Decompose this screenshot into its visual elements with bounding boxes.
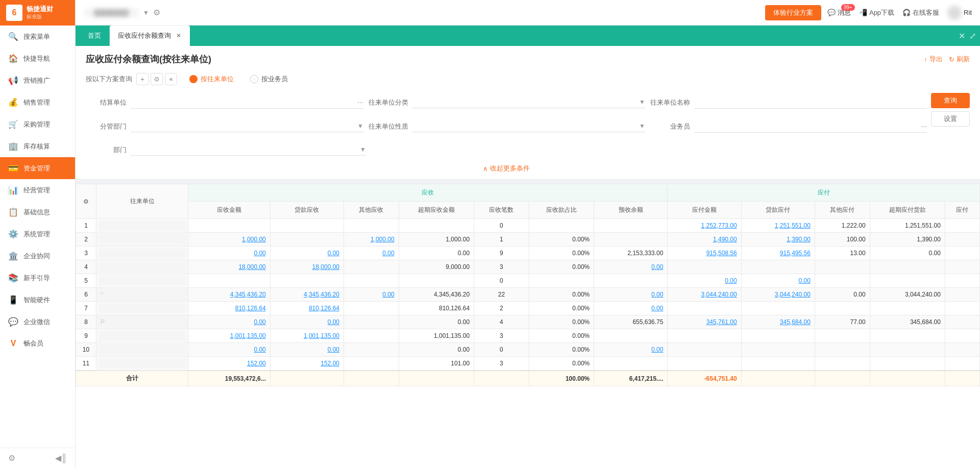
- settlement-unit-input[interactable]: ···: [131, 96, 363, 109]
- sidebar-item-search-menu[interactable]: 🔍 搜索菜单: [0, 26, 75, 47]
- sidebar-item-purchase[interactable]: 🛒 采购管理: [0, 113, 75, 135]
- footer-ar-amount: 19,553,472,6...: [188, 371, 271, 386]
- refresh-icon: ↻: [949, 56, 954, 63]
- filter-nav-salesman-label: 按业务员: [261, 75, 288, 84]
- filter-nav-by-salesman[interactable]: ○ 按业务员: [242, 71, 296, 87]
- refresh-button[interactable]: ↻ 刷新: [949, 55, 970, 64]
- sidebar-item-marketing[interactable]: 📢 营销推广: [0, 69, 75, 91]
- dept-manager-input[interactable]: ▼: [131, 120, 363, 132]
- table-wrap[interactable]: ⚙ 往来单位 应收 应付 应收金额 贷款应收 其他应收 超期应收金额 应收笔数 …: [76, 184, 980, 468]
- row-unit: [96, 357, 188, 371]
- collapse-scheme-button[interactable]: «: [165, 73, 177, 85]
- sidebar-item-sales[interactable]: 💰 销售管理: [0, 91, 75, 113]
- sidebar-item-system[interactable]: ⚙️ 系统管理: [0, 223, 75, 245]
- home-icon: 🏠: [8, 54, 18, 63]
- unit-category-input[interactable]: ▼: [412, 96, 645, 108]
- add-scheme-button[interactable]: ＋: [136, 73, 149, 85]
- setting-button[interactable]: 设置: [931, 111, 970, 127]
- row-ap-loan: [741, 302, 815, 315]
- row-ar-loan: 18,000.00: [270, 260, 344, 274]
- dots-icon: ···: [357, 98, 363, 106]
- filter-unit-nature: 往来单位性质 ▼: [368, 117, 645, 135]
- collapse-filter-button[interactable]: ∧ 收起更多条件: [86, 164, 927, 173]
- table-row: 7 810,126.64 810,126.64 810,126.64 2 0.0…: [76, 302, 980, 315]
- row-unit: [96, 343, 188, 357]
- row-ar-loan: 152.00: [270, 357, 344, 371]
- row-num: 7: [76, 302, 96, 315]
- app-download-button[interactable]: 📲 App下载: [859, 8, 894, 17]
- col-gear[interactable]: ⚙: [76, 184, 96, 219]
- sidebar-item-quick-nav[interactable]: 🏠 快捷导航: [0, 47, 75, 69]
- sidebar-item-basic-info[interactable]: 📋 基础信息: [0, 201, 75, 223]
- col-ap-loan: 贷款应付: [741, 202, 815, 219]
- col-ar-prepaid: 预收余额: [594, 202, 668, 219]
- close-window-icon[interactable]: ✕: [959, 31, 965, 41]
- sidebar-item-enterprise[interactable]: 🏛️ 企业协同: [0, 245, 75, 267]
- row-ap-other: 100.00: [815, 233, 870, 247]
- table-row: 4 18,000.00 18,000.00 9,000.00 3 0.00% 0…: [76, 260, 980, 274]
- topbar-breadcrumb-text: ████████: [84, 8, 139, 17]
- page-header-actions: ↑ 导出 ↻ 刷新: [924, 55, 970, 64]
- page-content: 应收应付余额查询(按往来单位) ↑ 导出 ↻ 刷新 按以下方案查询 ＋ ⊙ «: [76, 46, 980, 468]
- dept-input[interactable]: ▼: [131, 144, 366, 156]
- sidebar-item-operations[interactable]: 📊 经营管理: [0, 179, 75, 201]
- expand-window-icon[interactable]: ⤢: [969, 31, 976, 41]
- filter-nav-by-unit[interactable]: ↻ 按往来单位: [181, 71, 242, 87]
- smart-hardware-icon: 📱: [8, 295, 18, 305]
- sidebar-item-guide[interactable]: 📚 新手引导: [0, 267, 75, 289]
- unit-name-input[interactable]: [694, 96, 927, 109]
- page-title: 应收应付余额查询(按往来单位): [86, 53, 211, 65]
- data-table: ⚙ 往来单位 应收 应付 应收金额 贷款应收 其他应收 超期应收金额 应收笔数 …: [76, 184, 980, 386]
- gear-icon[interactable]: ⚙: [153, 8, 160, 17]
- footer-ap-overdue: [870, 371, 945, 386]
- tab-close-icon[interactable]: ✕: [176, 32, 181, 39]
- row-num: 4: [76, 260, 96, 274]
- row-ap-other: 1,222.00: [815, 219, 870, 233]
- row-ap-overdue: 3,044,240.00: [870, 288, 945, 302]
- unit-nature-input[interactable]: ▼: [412, 120, 645, 132]
- row-ar-overdue: 1,000.00: [399, 233, 474, 247]
- row-ap-overdue: [870, 302, 945, 315]
- row-num: 2: [76, 233, 96, 247]
- chevron-down-icon[interactable]: ▼: [143, 9, 149, 16]
- col-ar-other: 其他应收: [344, 202, 399, 219]
- row-ap-loan: 3,044,240.00: [741, 288, 815, 302]
- filter-unit-category: 往来单位分类 ▼: [368, 93, 645, 111]
- row-ar-ratio: 0.00%: [529, 315, 594, 329]
- tab-receivable-query[interactable]: 应收应付余额查询 ✕: [110, 26, 190, 46]
- settings-bottom-icon[interactable]: ⚙: [8, 453, 15, 463]
- solution-button[interactable]: 体验行业方案: [765, 5, 821, 20]
- row-ap-other: [815, 343, 870, 357]
- sidebar-item-inventory[interactable]: 🏢 库存核算: [0, 135, 75, 157]
- sidebar-item-vip[interactable]: V 畅会员: [0, 333, 75, 354]
- unit-nature-label: 往来单位性质: [368, 122, 408, 131]
- vip-icon: V: [8, 339, 18, 348]
- row-unit: [96, 302, 188, 315]
- row-ar-ratio: 0.00%: [529, 260, 594, 274]
- table-area: ⚙ 往来单位 应收 应付 应收金额 贷款应收 其他应收 超期应收金额 应收笔数 …: [76, 184, 980, 468]
- row-ar-count: 4: [474, 315, 529, 329]
- row-ap-other: 77.00: [815, 315, 870, 329]
- row-ap-loan: 1,390.00: [741, 233, 815, 247]
- export-button[interactable]: ↑ 导出: [924, 55, 943, 64]
- footer-ar-overdue: [399, 371, 474, 386]
- sidebar-item-smart-hardware[interactable]: 📱 智能硬件: [0, 289, 75, 311]
- col-ar-loan: 贷款应收: [270, 202, 344, 219]
- row-unit: [96, 247, 188, 260]
- enterprise-icon: 🏛️: [8, 251, 18, 261]
- sidebar-item-enterprise-wechat[interactable]: 💬 企业微信: [0, 311, 75, 333]
- online-service-button[interactable]: 🎧 在线客服: [902, 8, 939, 17]
- row-ar-overdue: 0.00: [399, 315, 474, 329]
- footer-ap-extra: [945, 371, 979, 386]
- user-profile[interactable]: Rit: [947, 6, 972, 20]
- messages-button[interactable]: 💬 消息 99+: [827, 8, 851, 17]
- salesman-input[interactable]: ···: [694, 120, 927, 133]
- edit-scheme-button[interactable]: ⊙: [151, 73, 163, 85]
- query-button[interactable]: 查询: [931, 93, 970, 108]
- row-num: 6: [76, 288, 96, 302]
- sidebar-item-capital[interactable]: 💳 资金管理: [0, 157, 75, 179]
- tab-home[interactable]: 首页: [80, 26, 110, 46]
- filter-dept-manager: 分管部门 ▼: [86, 117, 363, 135]
- operations-icon: 📊: [8, 185, 18, 195]
- collapse-icon[interactable]: ◀║: [55, 453, 67, 463]
